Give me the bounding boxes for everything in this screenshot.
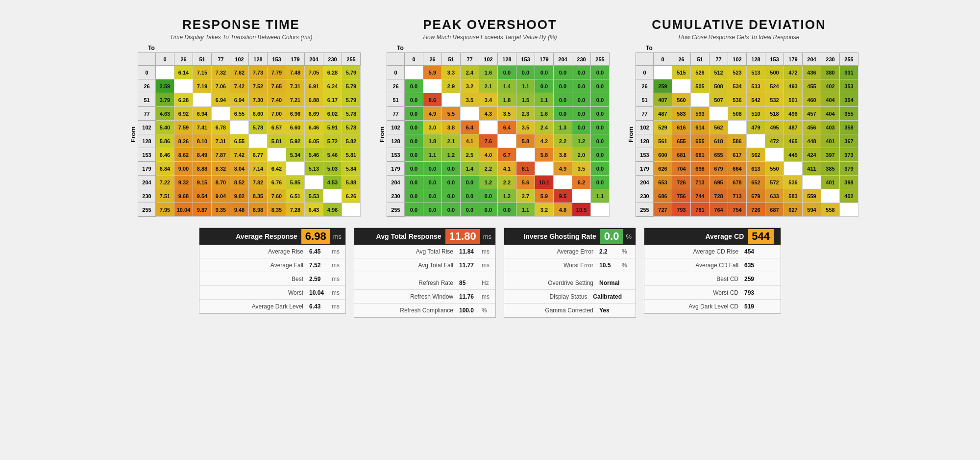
- rt-from-label: From: [129, 127, 137, 143]
- stats-row-label: Best: [199, 276, 307, 282]
- stats-extra-row-value: 85: [457, 280, 482, 286]
- po-table: 026517710212815317920423025505.93.32.41.…: [387, 52, 610, 217]
- cd-subtitle: How Close Response Gets To Ideal Respons…: [678, 34, 799, 41]
- stats-row-value: 6.43: [307, 303, 332, 310]
- rt-stats-header-value: 6.98: [301, 229, 330, 244]
- stats-row-value: 519: [742, 303, 767, 310]
- po-to-label: To: [378, 45, 610, 51]
- ig-stats-box: Inverse Ghosting Rate 0.0 % Average Erro…: [504, 228, 636, 318]
- stats-extra-row-label: Refresh Rate: [354, 280, 457, 286]
- stats-row-unit: ms: [482, 262, 495, 269]
- stats-row: Avg Dark Level CD519: [644, 300, 781, 313]
- stats-row-value: 259: [742, 276, 767, 282]
- rt-stats-header-unit: ms: [330, 233, 342, 240]
- rt-table: 026517710212815317920423025506.147.157.3…: [138, 52, 361, 217]
- stats-row: Worst Error10.5%: [504, 258, 636, 272]
- stats-extra-row-value: Yes: [597, 307, 622, 314]
- stats-row-label: Average Dark Level: [199, 303, 307, 310]
- cd-stats-box: Average CD 544 Average CD Rise454Average…: [644, 228, 781, 314]
- stats-row-label: Average Error: [504, 248, 597, 255]
- rt-title: RESPONSE TIME: [182, 17, 300, 32]
- stats-row-value: 11.84: [457, 248, 482, 255]
- heatmaps-row: RESPONSE TIME Time Display Takes To Tran…: [10, 17, 970, 217]
- ig-stats-rows: Average Error2.2%Worst Error10.5%Overdri…: [504, 245, 636, 317]
- stats-row-value: 6.45: [307, 248, 332, 255]
- stats-row-value: 454: [742, 248, 767, 255]
- cd-stats-header-value: 544: [748, 229, 774, 244]
- main-wrapper: RESPONSE TIME Time Display Takes To Tran…: [0, 10, 980, 325]
- stats-extra-row: Overdrive SettingNormal: [504, 276, 636, 290]
- stats-extra-row-value: Normal: [597, 280, 622, 286]
- rt-stats-rows: Average Rise6.45msAverage Fall7.52msBest…: [199, 245, 345, 313]
- stats-row: Avg Total Fall11.77ms: [354, 258, 495, 272]
- stats-row-label: Average Fall: [199, 262, 307, 269]
- stats-row: Average CD Fall635: [644, 258, 781, 272]
- po-stats-header-value: 11.80: [445, 229, 480, 244]
- stats-row-unit: %: [622, 248, 636, 255]
- po-stats-rows: Avg Total Rise11.84msAvg Total Fall11.77…: [354, 245, 495, 317]
- cd-from-label: From: [627, 127, 635, 143]
- stats-row-value: 793: [742, 289, 767, 296]
- stats-extra-row: Refresh Rate85Hz: [354, 276, 495, 290]
- stats-row-label: Worst: [199, 289, 307, 296]
- stats-row-label: Average Rise: [199, 248, 307, 255]
- stats-row: Best CD259: [644, 272, 781, 286]
- stats-row-value: 10.5: [597, 262, 622, 269]
- stats-extra-row-value: Calibrated: [591, 293, 622, 300]
- ig-stats-header-label: Inverse Ghosting Rate: [508, 232, 600, 240]
- stats-row: Average Error2.2%: [504, 245, 636, 258]
- stats-row-label: Average CD Fall: [644, 262, 742, 269]
- ig-stats-header-unit: %: [623, 233, 632, 240]
- stats-row-value: 10.04: [307, 289, 332, 296]
- po-stats-box: Avg Total Response 11.80 ms Avg Total Ri…: [354, 228, 496, 318]
- peak-overshoot-section: PEAK OVERSHOOT How Much Response Exceeds…: [370, 17, 610, 217]
- po-from-label: From: [378, 127, 386, 143]
- ig-stats-header-value: 0.0: [600, 229, 623, 244]
- stats-extra-row-label: Display Status: [504, 293, 591, 300]
- stats-extra-row-value: 100.0: [457, 307, 482, 314]
- stats-extra-row: Refresh Compliance100.0%: [354, 304, 495, 317]
- stats-row-value: 7.52: [307, 262, 332, 269]
- stats-row-value: 2.59: [307, 276, 332, 282]
- stats-row-label: Best CD: [644, 276, 742, 282]
- stats-row-value: 11.77: [457, 262, 482, 269]
- stats-extra-row-unit: %: [482, 307, 495, 314]
- stats-row-label: Average CD Rise: [644, 248, 742, 255]
- po-subtitle: How Much Response Exceeds Target Value B…: [423, 34, 557, 41]
- stats-row-label: Avg Total Fall: [354, 262, 457, 269]
- stats-row-unit: ms: [332, 248, 345, 255]
- stats-row: Average Fall7.52ms: [199, 258, 345, 272]
- stats-row-unit: ms: [332, 262, 345, 269]
- stats-extra-row-label: Refresh Window: [354, 293, 457, 300]
- stats-row-unit: ms: [332, 289, 345, 296]
- response-time-section: RESPONSE TIME Time Display Takes To Tran…: [122, 17, 361, 217]
- stats-row-value: 635: [742, 262, 767, 269]
- stats-extra-row-label: Overdrive Setting: [504, 280, 597, 286]
- rt-to-label: To: [129, 45, 361, 51]
- stats-row: Average Rise6.45ms: [199, 245, 345, 258]
- stats-extra-row: Refresh Window11.76ms: [354, 290, 495, 304]
- cd-table: 0265177102128153179204230255051552651252…: [636, 52, 858, 217]
- cd-to-label: To: [627, 45, 858, 51]
- stats-row-label: Worst Error: [504, 262, 597, 269]
- stats-row: Worst10.04ms: [199, 286, 345, 300]
- po-stats-header-unit: ms: [480, 233, 491, 240]
- cd-stats-rows: Average CD Rise454Average CD Fall635Best…: [644, 245, 781, 313]
- stats-row-unit: ms: [482, 248, 495, 255]
- stats-extra-row-label: Refresh Compliance: [354, 307, 457, 314]
- stats-row-label: Worst CD: [644, 289, 742, 296]
- stats-extra-row-unit: Hz: [482, 280, 495, 286]
- stats-extra-row-unit: ms: [482, 293, 495, 300]
- stats-row-value: 2.2: [597, 248, 622, 255]
- stats-row: Worst CD793: [644, 286, 781, 300]
- po-stats-header-label: Avg Total Response: [358, 232, 445, 240]
- rt-subtitle: Time Display Takes To Transition Between…: [170, 34, 313, 41]
- stats-row-label: Avg Total Rise: [354, 248, 457, 255]
- stats-row: Average Dark Level6.43ms: [199, 300, 345, 313]
- stats-extra-row: Display StatusCalibrated: [504, 290, 636, 304]
- stats-row-unit: ms: [332, 303, 345, 310]
- stats-row: Average CD Rise454: [644, 245, 781, 258]
- stats-extra-row-label: Gamma Corrected: [504, 307, 597, 314]
- stats-extra-row-value: 11.76: [457, 293, 482, 300]
- stats-row: Avg Total Rise11.84ms: [354, 245, 495, 258]
